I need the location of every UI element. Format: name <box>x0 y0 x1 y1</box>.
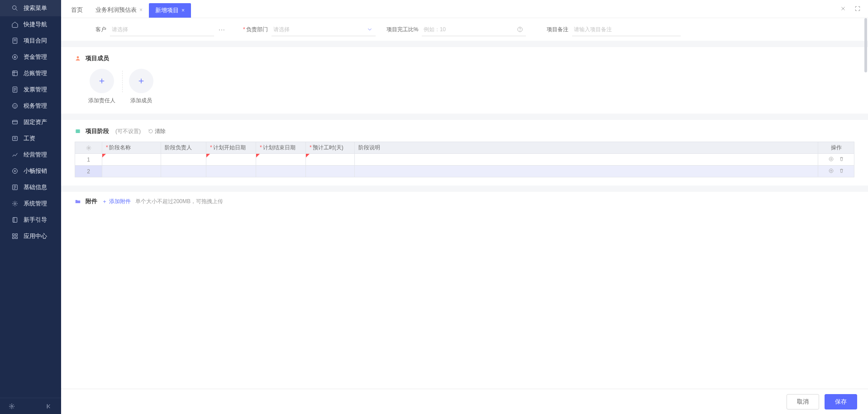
gear-column-icon[interactable] <box>75 142 102 154</box>
main: 首页 业务利润预估表× 新增项目× 客户 ··· 负责部门 <box>61 0 868 414</box>
row-add-icon[interactable] <box>828 156 834 162</box>
remark-label: 项目备注 <box>537 26 568 33</box>
sidebar-footer <box>0 398 61 414</box>
add-owner-label: 添加责任人 <box>88 97 115 105</box>
sidebar-item-label: 快捷导航 <box>24 20 47 29</box>
content: 客户 ··· 负责部门 项目完工比% <box>61 18 868 414</box>
stages-clear-button[interactable]: 清除 <box>148 128 166 135</box>
cell-stage-name[interactable] <box>102 154 161 166</box>
data-icon <box>11 183 19 191</box>
app-icon <box>11 232 19 240</box>
remark-input[interactable] <box>572 23 681 36</box>
save-button[interactable]: 保存 <box>825 394 857 409</box>
stages-clear-label: 清除 <box>155 128 166 135</box>
cell-est-hours[interactable] <box>306 154 355 166</box>
tab-label: 新增项目 <box>155 6 179 14</box>
add-owner-tile: 添加责任人 <box>88 69 115 105</box>
svg-point-12 <box>15 105 16 105</box>
sidebar-item-tax[interactable]: 税务管理 <box>0 98 61 114</box>
cell-stage-desc[interactable] <box>355 166 818 177</box>
salary-icon <box>11 134 19 143</box>
gear-icon[interactable] <box>8 403 15 410</box>
svg-rect-22 <box>13 218 17 223</box>
col-ops: 操作 <box>818 142 854 154</box>
stages-title: 项目阶段 <box>86 127 109 135</box>
cell-plan-start[interactable] <box>206 166 256 177</box>
svg-point-11 <box>14 105 14 105</box>
cell-stage-owner[interactable] <box>161 154 206 166</box>
sidebar-item-label: 税务管理 <box>24 102 47 110</box>
col-est-hours: 预计工时(天) <box>306 142 355 154</box>
members-title: 项目成员 <box>86 54 109 62</box>
sidebar-item-quicknav[interactable]: 快捷导航 <box>0 16 61 33</box>
add-attachment-button[interactable]: ＋添加附件 <box>102 198 131 205</box>
svg-rect-6 <box>13 71 18 76</box>
more-icon[interactable]: ··· <box>219 26 225 33</box>
add-member-button[interactable] <box>129 69 153 93</box>
collapse-icon[interactable] <box>46 403 53 410</box>
close-panel-icon[interactable] <box>838 4 848 14</box>
cancel-button[interactable]: 取消 <box>787 394 819 409</box>
cell-plan-end[interactable] <box>256 166 306 177</box>
section-stages: 项目阶段 (可不设置) 清除 <box>61 120 868 142</box>
close-icon[interactable]: × <box>181 7 185 14</box>
add-owner-button[interactable] <box>90 69 114 93</box>
help-icon[interactable] <box>517 26 523 33</box>
form-item-department: 负责部门 <box>236 23 376 36</box>
close-icon[interactable]: × <box>139 7 143 13</box>
member-tiles: 添加责任人 添加成员 <box>61 69 868 114</box>
row-index: 2 <box>75 166 102 177</box>
sidebar-item-salary[interactable]: 工资 <box>0 130 61 147</box>
sidebar-item-basic[interactable]: 基础信息 <box>0 179 61 195</box>
sidebar-item-system[interactable]: 系统管理 <box>0 195 61 212</box>
tabbar: 首页 业务利润预估表× 新增项目× <box>61 0 868 18</box>
row-delete-icon[interactable] <box>839 168 844 174</box>
cell-stage-desc[interactable] <box>355 154 818 166</box>
table-row: 2 <box>75 166 854 177</box>
save-label: 保存 <box>835 398 847 406</box>
sidebar-item-label: 搜索菜单 <box>24 4 47 12</box>
percent-input[interactable] <box>422 23 526 36</box>
sidebar-item-expense[interactable]: 小畅报销 <box>0 163 61 179</box>
form-item-remark: 项目备注 <box>537 23 681 36</box>
svg-rect-26 <box>15 237 17 238</box>
sidebar-item-assets[interactable]: 固定资产 <box>0 114 61 130</box>
attachment-hint: 单个大小不超过200MB，可拖拽上传 <box>135 198 223 205</box>
section-attachment: 附件 ＋添加附件 单个大小不超过200MB，可拖拽上传 <box>61 192 868 211</box>
customer-input[interactable] <box>110 23 214 36</box>
tab-home[interactable]: 首页 <box>65 2 89 18</box>
cell-stage-name[interactable] <box>102 166 161 177</box>
svg-rect-25 <box>13 237 14 238</box>
table-header-row: 阶段名称 阶段负责人 计划开始日期 计划结束日期 预计工时(天) 阶段说明 操作 <box>75 142 854 154</box>
sidebar-item-ledger[interactable]: 总账管理 <box>0 65 61 81</box>
cell-stage-owner[interactable] <box>161 166 206 177</box>
sidebar-item-apps[interactable]: 应用中心 <box>0 228 61 244</box>
row-add-icon[interactable] <box>828 168 834 174</box>
svg-point-0 <box>13 6 16 10</box>
sidebar-item-funds[interactable]: 资金管理 <box>0 49 61 65</box>
folder-icon <box>75 198 81 205</box>
scrollbar[interactable] <box>863 18 867 389</box>
form-item-percent: 项目完工比% <box>386 23 526 36</box>
tab-new-project[interactable]: 新增项目× <box>149 3 191 18</box>
svg-rect-15 <box>13 136 18 140</box>
sidebar-item-search[interactable]: 搜索菜单 <box>0 0 61 16</box>
stages-icon <box>75 128 81 134</box>
sidebar-item-project-contract[interactable]: 项目合同 <box>0 33 61 49</box>
fullscreen-icon[interactable] <box>853 4 863 14</box>
department-input[interactable] <box>272 23 376 36</box>
sidebar-item-invoice[interactable]: 发票管理 <box>0 81 61 98</box>
sidebar-item-guide[interactable]: 新手引导 <box>0 212 61 228</box>
svg-point-10 <box>13 104 18 109</box>
sidebar-item-business[interactable]: 经营管理 <box>0 147 61 163</box>
cell-plan-end[interactable] <box>256 154 306 166</box>
sidebar-item-label: 系统管理 <box>24 200 47 208</box>
department-label: 负责部门 <box>236 26 268 33</box>
col-plan-start: 计划开始日期 <box>206 142 256 154</box>
tab-profit-estimate[interactable]: 业务利润预估表× <box>89 2 149 18</box>
sidebar-item-label: 新手引导 <box>24 216 47 224</box>
row-delete-icon[interactable] <box>839 156 844 162</box>
money-icon <box>11 53 19 61</box>
cell-plan-start[interactable] <box>206 154 256 166</box>
cell-est-hours[interactable] <box>306 166 355 177</box>
